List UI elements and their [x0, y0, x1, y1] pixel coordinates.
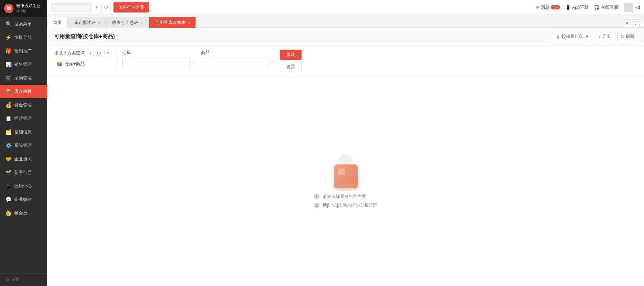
- topbar-right: ✉ 消息 99+ 📱 App下载 🎧 在线客服 Rit: [536, 3, 640, 12]
- empty-tip-2: 2 用[过滤]条件来缩小分析范围: [314, 202, 378, 208]
- tab-close-button[interactable]: ✕: [623, 19, 631, 27]
- tab-home[interactable]: 首页: [47, 17, 68, 28]
- sidebar-item-label: 搜索菜单: [14, 21, 32, 27]
- industry-solution-button[interactable]: 体验行业方案: [113, 2, 149, 12]
- phone-icon: 📱: [565, 5, 571, 10]
- sidebar-sales-icon: 📊: [5, 61, 11, 68]
- settings-scheme-button[interactable]: ⚙: [96, 50, 102, 56]
- main-area: ▼ ⚙ 体验行业方案 ✉ 消息 99+ 📱 App下载 🎧 在线客服 Rit: [47, 0, 644, 286]
- empty-glow: [332, 184, 359, 191]
- tip-num-1: 1: [314, 193, 320, 200]
- topbar: ▼ ⚙ 体验行业方案 ✉ 消息 99+ 📱 App下载 🎧 在线客服 Rit: [47, 0, 644, 15]
- user-avatar[interactable]: Rit: [624, 3, 640, 12]
- goods-label: 商品: [201, 50, 274, 56]
- tab-collect-label: 收发存汇总表: [112, 20, 138, 26]
- sidebar-item-label: 销售管理: [14, 61, 32, 68]
- empty-smoke: [339, 154, 353, 164]
- filter-settings-button[interactable]: 设置: [280, 62, 302, 72]
- sidebar-enterprise-icon: 🤝: [5, 156, 11, 162]
- page-content: 可用量查询(按仓库+商品) 🖨 按模板打印 ▼ ↑ 导出 ↻ 刷新: [47, 28, 644, 286]
- sidebar-item-label: 企业协同: [14, 156, 32, 162]
- topbar-chevron-icon[interactable]: ▼: [95, 5, 99, 10]
- sidebar-newbie-icon: 🌱: [5, 170, 11, 176]
- sidebar-item-label: 新手引导: [14, 170, 32, 176]
- sidebar-item-member[interactable]: 👑 畅会员: [0, 206, 47, 220]
- add-scheme-button[interactable]: +: [87, 50, 94, 56]
- sidebar-item-operations[interactable]: 📋 经营管理: [0, 112, 47, 125]
- print-chevron-icon: ▼: [585, 34, 589, 39]
- sidebar-item-search[interactable]: 🔍 搜索菜单: [0, 17, 47, 31]
- sidebar-item-label: 营销推广: [14, 48, 32, 54]
- tab-expand-button[interactable]: ⛶: [633, 19, 641, 27]
- print-template-button[interactable]: 🖨 按模板打印 ▼: [553, 32, 592, 41]
- sidebar-item-basic[interactable]: 🗂️ 基础信息: [0, 125, 47, 139]
- sidebar-item-label: 畅会员: [14, 210, 27, 216]
- sidebar-system-icon: ⚙️: [5, 142, 11, 149]
- sidebar-item-enterprise[interactable]: 🤝 企业协同: [0, 152, 47, 166]
- export-button[interactable]: ↑ 导出: [596, 32, 614, 41]
- sidebar-marketing-icon: 🎁: [5, 48, 11, 54]
- topbar-search-input[interactable]: [51, 3, 92, 11]
- tip-text-1: 请先选择要分析的方案: [323, 193, 366, 200]
- tab-available-label: 可用量库存账本: [155, 20, 186, 26]
- goods-more-button[interactable]: ···: [270, 59, 274, 65]
- sidebar-item-purchase[interactable]: 🛒 采购管理: [0, 71, 47, 85]
- sidebar-header: 畅 畅康通好生意 标准版: [0, 0, 47, 17]
- collapse-panel-button[interactable]: «: [104, 50, 111, 56]
- sidebar-item-label: 经营管理: [14, 115, 32, 122]
- topbar-gear-icon[interactable]: ⚙: [101, 3, 111, 12]
- headphone-icon: 🎧: [594, 5, 599, 10]
- sidebar-inventory-icon: 📦: [5, 88, 11, 95]
- message-button[interactable]: ✉ 消息 99+: [536, 4, 560, 10]
- sidebar-item-label: 库存核算: [14, 88, 32, 95]
- message-badge: 99+: [551, 5, 560, 9]
- query-button[interactable]: 查询: [280, 50, 302, 60]
- goods-input[interactable]: [201, 57, 268, 67]
- warehouse-input[interactable]: [122, 57, 190, 67]
- sidebar-item-newbie[interactable]: 🌱 新手引导: [0, 166, 47, 179]
- sidebar-basic-icon: 🗂️: [5, 129, 11, 135]
- empty-illustration: [329, 154, 363, 188]
- page-title: 可用量查询(按仓库+商品): [54, 33, 115, 40]
- filter-action-buttons: 查询 设置: [280, 50, 302, 72]
- tab-available[interactable]: 可用量库存账本 ×: [149, 17, 196, 28]
- avatar-image: [624, 3, 633, 12]
- sidebar-item-appstore[interactable]: 📱 应用中心: [0, 179, 47, 193]
- sidebar-item-marketing[interactable]: 🎁 营销推广: [0, 44, 47, 58]
- app-download-button[interactable]: 📱 App下载: [565, 4, 589, 10]
- sidebar: 畅 畅康通好生意 标准版 🔍 搜索菜单 ⚡ 快捷导航 🎁 营销推广 📊 销售管理…: [0, 0, 47, 286]
- sidebar-item-sales[interactable]: 📊 销售管理: [0, 58, 47, 71]
- refresh-icon: ↻: [620, 34, 624, 39]
- sidebar-nav: 🔍 搜索菜单 ⚡ 快捷导航 🎁 营销推广 📊 销售管理 🛒 采购管理 📦 库存核…: [0, 17, 47, 273]
- tab-batch[interactable]: 库存批次账 ×: [68, 17, 106, 28]
- sidebar-item-label: 企业微信: [14, 197, 32, 203]
- warehouse-field: 仓库 ···: [122, 50, 196, 67]
- sidebar-operations-icon: 📋: [5, 115, 11, 122]
- sidebar-member-icon: 👑: [5, 210, 11, 216]
- warehouse-label: 仓库: [122, 50, 196, 56]
- scheme-warehouse-goods[interactable]: 📦 仓库+商品: [54, 59, 111, 69]
- sidebar-wechat-icon: 💬: [5, 197, 11, 203]
- sidebar-item-label: 基础信息: [14, 129, 32, 135]
- warehouse-more-button[interactable]: ···: [191, 59, 196, 65]
- sidebar-item-label: 快捷导航: [14, 34, 32, 41]
- sidebar-logo: 畅: [4, 4, 14, 13]
- sidebar-item-wechat[interactable]: 💬 企业微信: [0, 193, 47, 206]
- sidebar-item-system[interactable]: ⚙️ 系统管理: [0, 139, 47, 152]
- tab-collect[interactable]: 收发存汇总表 ×: [106, 17, 148, 28]
- sidebar-item-inventory[interactable]: 📦 库存核算: [0, 85, 47, 98]
- tab-batch-close[interactable]: ×: [98, 21, 100, 25]
- tab-home-label: 首页: [53, 20, 62, 26]
- sidebar-search-icon: 🔍: [5, 21, 11, 27]
- refresh-button[interactable]: ↻ 刷新: [617, 32, 637, 41]
- sidebar-item-label: 采购管理: [14, 75, 32, 81]
- tip-text-2: 用[过滤]条件来缩小分析范围: [323, 202, 378, 208]
- empty-state: 1 请先选择要分析的方案 2 用[过滤]条件来缩小分析范围: [47, 76, 644, 286]
- tab-available-close[interactable]: ×: [188, 21, 190, 25]
- sidebar-item-shortcut[interactable]: ⚡ 快捷导航: [0, 31, 47, 44]
- page-header: 可用量查询(按仓库+商品) 🖨 按模板打印 ▼ ↑ 导出 ↻ 刷新: [47, 28, 644, 46]
- export-icon: ↑: [599, 34, 601, 39]
- tab-collect-close[interactable]: ×: [140, 21, 143, 25]
- sidebar-item-finance[interactable]: 💰 资金管理: [0, 98, 47, 112]
- online-service-button[interactable]: 🎧 在线客服: [594, 4, 618, 10]
